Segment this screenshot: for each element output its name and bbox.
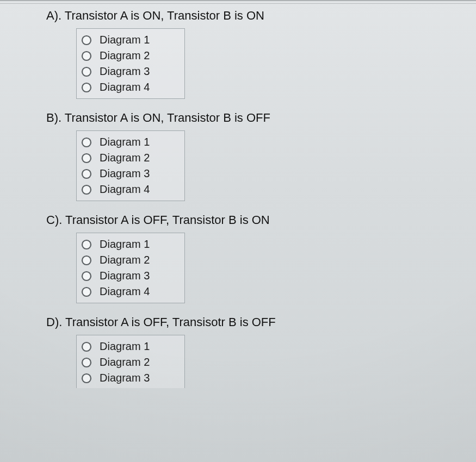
option-row[interactable]: Diagram 3	[81, 166, 180, 182]
question-a: A). Transistor A is ON, Transistor B is …	[46, 9, 454, 99]
option-row[interactable]: Diagram 2	[81, 150, 180, 166]
option-row[interactable]: Diagram 3	[81, 370, 180, 386]
question-d-options: Diagram 1 Diagram 2 Diagram 3	[76, 335, 185, 388]
option-label: Diagram 1	[100, 238, 150, 251]
radio-icon[interactable]	[81, 255, 92, 266]
question-d: D). Transistor A is OFF, Transisotr B is…	[46, 315, 454, 388]
divider-lines	[0, 0, 476, 5]
question-d-label: D). Transistor A is OFF, Transisotr B is…	[46, 315, 454, 329]
radio-icon[interactable]	[81, 357, 92, 368]
radio-icon[interactable]	[81, 137, 92, 148]
option-row[interactable]: Diagram 3	[81, 268, 180, 284]
option-row[interactable]: Diagram 1	[81, 236, 180, 252]
quiz-content: A). Transistor A is ON, Transistor B is …	[46, 7, 454, 400]
radio-icon[interactable]	[81, 341, 92, 352]
svg-point-5	[82, 154, 91, 163]
svg-point-11	[82, 288, 91, 296]
option-row[interactable]: Diagram 2	[81, 252, 180, 268]
svg-point-2	[82, 67, 91, 76]
option-label: Diagram 3	[100, 372, 150, 384]
svg-point-12	[82, 342, 91, 351]
option-label: Diagram 3	[100, 270, 150, 282]
svg-point-6	[82, 170, 91, 178]
question-a-label: A). Transistor A is ON, Transistor B is …	[46, 9, 454, 23]
option-label: Diagram 1	[100, 34, 150, 46]
radio-icon[interactable]	[81, 51, 92, 61]
radio-icon[interactable]	[81, 35, 92, 46]
radio-icon[interactable]	[81, 286, 92, 297]
option-row[interactable]: Diagram 1	[81, 134, 180, 150]
radio-icon[interactable]	[81, 168, 92, 179]
svg-point-9	[82, 256, 91, 265]
svg-point-10	[82, 272, 91, 280]
svg-point-1	[82, 52, 91, 60]
svg-point-13	[82, 358, 91, 367]
option-row[interactable]: Diagram 1	[81, 339, 180, 354]
option-label: Diagram 2	[100, 356, 150, 369]
option-row[interactable]: Diagram 4	[81, 182, 180, 197]
question-a-options: Diagram 1 Diagram 2 Diagram 3 Diagram 4	[76, 28, 185, 99]
radio-icon[interactable]	[81, 82, 92, 93]
option-label: Diagram 2	[100, 49, 150, 62]
radio-icon[interactable]	[81, 66, 92, 77]
option-label: Diagram 4	[100, 285, 150, 298]
svg-point-8	[82, 240, 91, 249]
svg-point-0	[82, 36, 91, 45]
question-c-options: Diagram 1 Diagram 2 Diagram 3 Diagram 4	[76, 233, 185, 303]
option-label: Diagram 4	[100, 81, 150, 93]
svg-point-14	[82, 374, 91, 383]
option-label: Diagram 1	[100, 340, 150, 353]
question-b: B). Transistor A is ON, Transistor B is …	[46, 111, 454, 201]
option-row[interactable]: Diagram 4	[81, 79, 180, 95]
radio-icon[interactable]	[81, 373, 92, 384]
option-label: Diagram 2	[100, 152, 150, 164]
option-row[interactable]: Diagram 4	[81, 284, 180, 299]
option-label: Diagram 1	[100, 136, 150, 148]
question-b-label: B). Transistor A is ON, Transistor B is …	[46, 111, 454, 125]
option-row[interactable]: Diagram 3	[81, 64, 180, 79]
svg-point-4	[82, 138, 91, 147]
svg-point-3	[82, 83, 91, 92]
radio-icon[interactable]	[81, 271, 92, 282]
option-label: Diagram 2	[100, 254, 150, 266]
option-label: Diagram 4	[100, 183, 150, 196]
option-label: Diagram 3	[100, 65, 150, 78]
option-label: Diagram 3	[100, 167, 150, 180]
option-row[interactable]: Diagram 1	[81, 32, 180, 48]
radio-icon[interactable]	[81, 184, 92, 195]
option-row[interactable]: Diagram 2	[81, 354, 180, 370]
question-c: C). Transistor A is OFF, Transistor B is…	[46, 213, 454, 303]
question-c-label: C). Transistor A is OFF, Transistor B is…	[46, 213, 454, 227]
radio-icon[interactable]	[81, 239, 92, 250]
svg-point-7	[82, 185, 91, 194]
option-row[interactable]: Diagram 2	[81, 48, 180, 64]
radio-icon[interactable]	[81, 153, 92, 164]
question-b-options: Diagram 1 Diagram 2 Diagram 3 Diagram 4	[76, 130, 185, 201]
